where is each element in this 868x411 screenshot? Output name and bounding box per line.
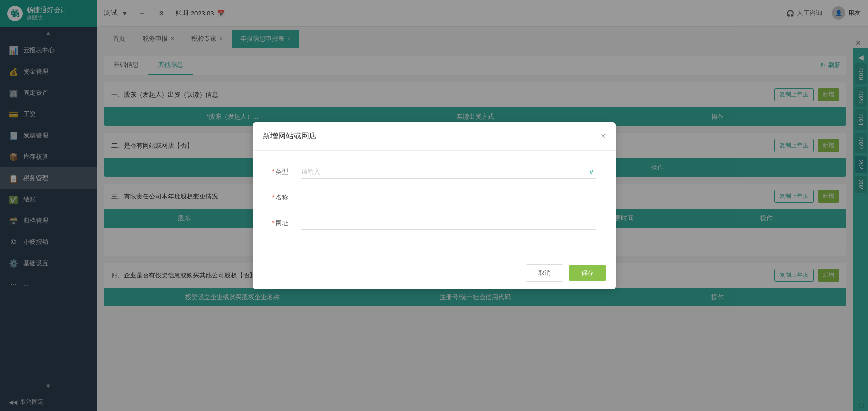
type-dropdown-icon[interactable]: ∨ (589, 168, 594, 176)
dialog-body: *类型 ∨ *名称 *网址 (253, 151, 616, 257)
type-input[interactable] (301, 165, 596, 179)
label-url: *网址 (272, 219, 301, 228)
label-type: *类型 (272, 167, 301, 176)
input-wrap-url (301, 216, 596, 230)
dialog-title: 新增网站或网店 (263, 131, 317, 141)
dialog-close-button[interactable]: × (601, 131, 606, 141)
save-button[interactable]: 保存 (569, 265, 606, 281)
dialog-header: 新增网站或网店 × (253, 122, 616, 151)
add-website-dialog: 新增网站或网店 × *类型 ∨ *名称 (253, 122, 616, 289)
cancel-button[interactable]: 取消 (526, 264, 563, 282)
field-url: *网址 (272, 216, 596, 230)
input-wrap-name (301, 191, 596, 204)
dialog-overlay: 新增网站或网店 × *类型 ∨ *名称 (0, 0, 868, 411)
field-type: *类型 ∨ (272, 165, 596, 179)
field-name: *名称 (272, 191, 596, 204)
name-input[interactable] (301, 191, 596, 204)
url-input[interactable] (301, 216, 596, 230)
required-mark-name: * (272, 194, 275, 201)
label-name: *名称 (272, 193, 301, 202)
dialog-footer: 取消 保存 (253, 257, 616, 289)
required-mark-url: * (272, 219, 275, 227)
input-wrap-type: ∨ (301, 165, 596, 179)
required-mark-type: * (272, 168, 275, 175)
